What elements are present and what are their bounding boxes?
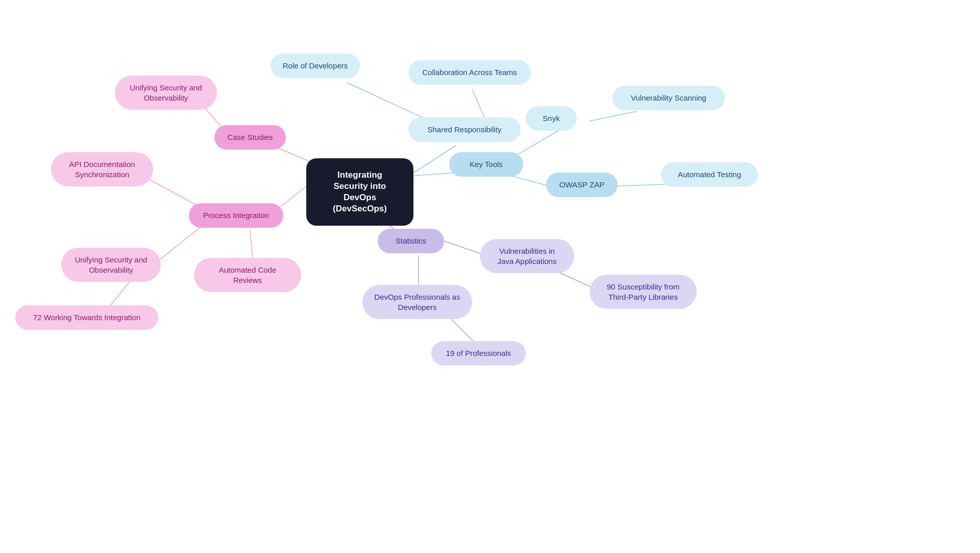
unifying-security-obs-top-node[interactable]: Unifying Security and Observability [115, 76, 217, 110]
process-integration-node[interactable]: Process Integration [189, 203, 283, 228]
svg-line-15 [250, 230, 253, 258]
role-of-developers-node[interactable]: Role of Developers [271, 54, 360, 78]
statistics-node[interactable]: Statistics [378, 229, 444, 253]
devops-professionals-node[interactable]: DevOps Professionals as Developers [362, 285, 472, 319]
automated-code-reviews-node[interactable]: Automated Code Reviews [194, 258, 301, 292]
center-node[interactable]: Integrating Security into DevOps (DevSec… [306, 158, 413, 226]
svg-line-6 [590, 111, 637, 121]
snyk-node[interactable]: Snyk [526, 106, 577, 131]
susceptibility-node[interactable]: 90 Susceptibility from Third-Party Libra… [590, 275, 697, 309]
api-doc-sync-node[interactable]: API Documentation Synchronization [51, 152, 153, 186]
vulnerabilities-java-node[interactable]: Vulnerabilities in Java Applications [480, 239, 574, 273]
automated-testing-node[interactable]: Automated Testing [661, 162, 758, 187]
72-working-node[interactable]: 72 Working Towards Integration [15, 305, 158, 330]
svg-line-16 [156, 222, 207, 263]
collaboration-across-teams-node[interactable]: Collaboration Across Teams [408, 60, 531, 85]
key-tools-node[interactable]: Key Tools [449, 152, 523, 177]
owasp-zap-node[interactable]: OWASP ZAP [546, 173, 618, 197]
vulnerability-scanning-node[interactable]: Vulnerability Scanning [612, 86, 725, 110]
19-professionals-node[interactable]: 19 of Professionals [431, 341, 526, 366]
svg-line-0 [408, 146, 456, 176]
shared-responsibility-node[interactable]: Shared Responsibility [408, 117, 521, 142]
unifying-security-obs-left-node[interactable]: Unifying Security and Observability [61, 248, 161, 282]
case-studies-node[interactable]: Case Studies [214, 125, 286, 150]
